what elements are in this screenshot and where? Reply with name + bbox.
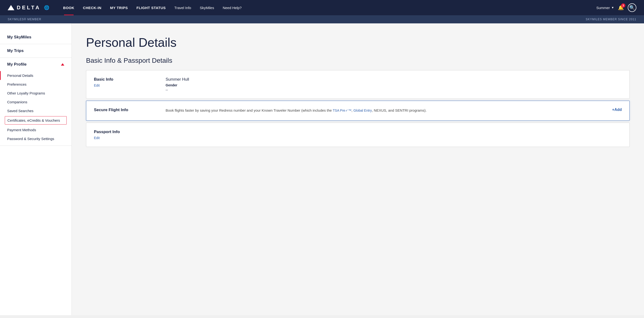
skymiles-member-label: SKYMILES® MEMBER (8, 18, 41, 21)
search-icon: 🔍 (629, 5, 635, 10)
dropdown-icon: ▼ (611, 6, 614, 9)
passport-info-card: Passport Info Edit (86, 123, 630, 147)
top-navigation: DELTA 🌐 BOOK CHECK-IN MY TRIPS FLIGHT ST… (0, 0, 644, 15)
gender-value: -- (166, 88, 622, 92)
sidebar-item-preferences[interactable]: Preferences (0, 80, 72, 89)
sidebar: My SkyMiles My Trips My Profile Personal… (0, 23, 72, 315)
logo-area[interactable]: DELTA 🌐 (8, 4, 49, 11)
page-title: Personal Details (86, 35, 630, 50)
section-title: Basic Info & Passport Details (86, 57, 630, 64)
nav-mytrips[interactable]: MY TRIPS (106, 0, 132, 15)
content-area: Personal Details Basic Info & Passport D… (72, 23, 644, 315)
passport-label: Passport Info (94, 130, 146, 134)
tsa-precheck-link[interactable]: TSA Pre✓™ (333, 109, 352, 112)
nav-flightstatus[interactable]: FLIGHT STATUS (132, 0, 170, 15)
secure-flight-label-col: Secure Flight Info (94, 108, 146, 114)
sidebar-skymiles-section: My SkyMiles (0, 30, 72, 44)
sidebar-trips-section: My Trips (0, 44, 72, 57)
nav-right-controls: Summer ▼ 🔔 3 🔍 (596, 3, 636, 12)
nav-needhelp[interactable]: Need Help? (218, 0, 246, 15)
main-container: My SkyMiles My Trips My Profile Personal… (0, 23, 644, 315)
sidebar-item-saved-searches[interactable]: Saved Searches (0, 106, 72, 115)
sidebar-item-loyalty[interactable]: Other Loyalty Programs (0, 89, 72, 98)
sidebar-profile-items: Personal Details Preferences Other Loyal… (0, 71, 72, 146)
secure-flight-add-link[interactable]: +Add (612, 108, 622, 112)
basic-info-edit-link[interactable]: Edit (94, 84, 100, 87)
passport-edit-link[interactable]: Edit (94, 136, 100, 140)
user-full-name: Summer Hull (166, 77, 622, 82)
globe-icon: 🌐 (44, 5, 49, 10)
notification-badge: 3 (621, 3, 625, 8)
secure-flight-actions: +Add (603, 108, 622, 112)
secure-flight-card: Secure Flight Info Book flights faster b… (86, 101, 630, 121)
nav-skymiles[interactable]: SkyMiles (196, 0, 218, 15)
sub-banner: SKYMILES® MEMBER SKYMILES MEMBER SINCE 2… (0, 15, 644, 23)
nav-travelinfo[interactable]: Travel Info (170, 0, 196, 15)
delta-triangle-icon (8, 5, 14, 10)
sidebar-item-mytrips[interactable]: My Trips (7, 44, 64, 57)
sidebar-profile-toggle[interactable]: My Profile (0, 58, 72, 71)
basic-info-label: Basic Info (94, 77, 146, 82)
sidebar-item-password[interactable]: Password & Security Settings (0, 134, 72, 143)
passport-label-col: Passport Info Edit (94, 130, 146, 140)
basic-info-label-col: Basic Info Edit (94, 77, 146, 88)
gender-label: Gender (166, 83, 622, 87)
primary-nav-links: BOOK CHECK-IN MY TRIPS FLIGHT STATUS Tra… (59, 0, 596, 15)
nav-book[interactable]: BOOK (59, 0, 78, 15)
global-entry-link[interactable]: Global Entry (354, 109, 372, 112)
sidebar-profile-label: My Profile (7, 62, 26, 67)
sidebar-item-payment[interactable]: Payment Methods (0, 126, 72, 134)
sidebar-item-personal-details[interactable]: Personal Details (0, 71, 72, 80)
search-button[interactable]: 🔍 (628, 3, 636, 12)
nav-checkin[interactable]: CHECK-IN (78, 0, 106, 15)
sidebar-item-skymiles[interactable]: My SkyMiles (7, 30, 64, 44)
secure-flight-content: Book flights faster by saving your Redre… (146, 108, 603, 113)
secure-flight-description: Book flights faster by saving your Redre… (166, 108, 603, 113)
sidebar-item-companions[interactable]: Companions (0, 98, 72, 106)
basic-info-card: Basic Info Edit Summer Hull Gender -- (86, 70, 630, 99)
user-name-label: Summer (596, 6, 610, 10)
skymiles-since-label: SKYMILES MEMBER SINCE 2011 (586, 18, 636, 21)
basic-info-content: Summer Hull Gender -- (146, 77, 622, 92)
user-menu[interactable]: Summer ▼ (596, 6, 614, 10)
secure-flight-label: Secure Flight Info (94, 108, 146, 112)
sidebar-item-certificates[interactable]: Certificates, eCredits & Vouchers (5, 116, 67, 125)
notifications-bell[interactable]: 🔔 3 (618, 5, 624, 10)
chevron-up-icon (61, 63, 64, 66)
logo-text: DELTA (17, 4, 40, 11)
